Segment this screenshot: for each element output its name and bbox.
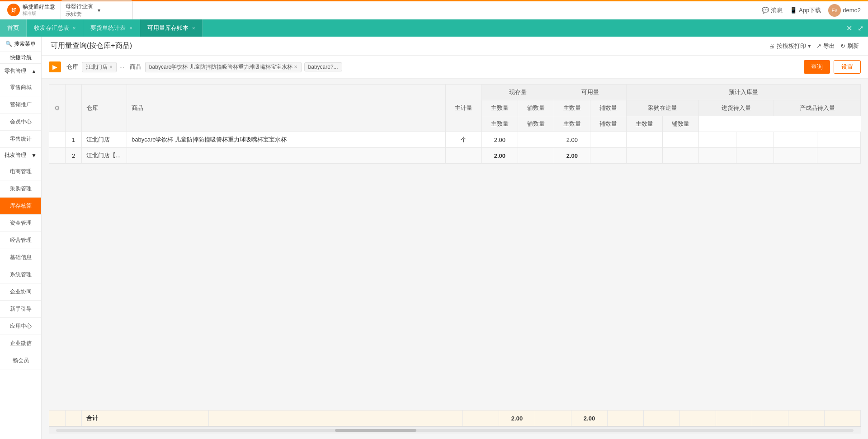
sidebar-item-retail-mgmt[interactable]: 零售管理 ▲ [0, 64, 41, 79]
sidebar-system-label: 系统管理 [10, 271, 32, 278]
row-avail-aux [590, 148, 626, 164]
close-all-icon[interactable]: ✕ [846, 24, 852, 33]
sidebar-search[interactable]: 🔍 搜索菜单 [0, 37, 41, 52]
username: demo2 [843, 7, 861, 14]
filter-toggle-btn[interactable]: ▶ [49, 61, 61, 72]
th-purchase-main: 主数量 [481, 116, 518, 132]
th-current-main: 主数量 [481, 100, 518, 116]
sidebar-quick-nav[interactable]: 快捷导航 [0, 52, 41, 64]
message-label: 消息 [771, 6, 783, 14]
row-purchase-aux [662, 148, 698, 164]
sidebar-item-newbie[interactable]: 新手引导 [0, 301, 41, 318]
query-btn[interactable]: 查询 [804, 60, 830, 74]
th-production-main: 主数量 [626, 116, 662, 132]
expand-icon[interactable]: ⤢ [858, 24, 863, 33]
sidebar-item-wechat[interactable]: 企业微信 [0, 335, 41, 352]
footer-no-cell [66, 411, 82, 426]
sidebar-newbie-label: 新手引导 [10, 306, 32, 312]
warehouse-tag-1-close[interactable]: × [109, 64, 113, 70]
row-no: 2 [66, 148, 82, 164]
page-actions: 🖨 按模板打印 ▾ ↗ 导出 ↻ 刷新 [769, 42, 859, 50]
sidebar-search-label: 搜索菜单 [14, 41, 36, 47]
row-unit: 个 [445, 132, 481, 148]
row-settings [49, 148, 66, 164]
warehouse-more[interactable]: ··· [119, 64, 124, 71]
table-footer-wrapper: 合计 2.00 2.00 [49, 410, 861, 434]
sidebar-retail-stats-label: 零售统计 [10, 136, 32, 142]
close-receipts-icon[interactable]: × [73, 25, 75, 31]
top-bar-right: 💬 消息 📱 App下载 Ea demo2 [762, 4, 861, 17]
sidebar-item-system[interactable]: 系统管理 [0, 266, 41, 283]
scroll-track[interactable] [56, 429, 854, 432]
retail-mgmt-arrow-icon: ▲ [31, 68, 37, 75]
sidebar-quick-nav-label: 快捷导航 [10, 54, 32, 61]
nav-tabs-actions: ✕ ⤢ [842, 19, 868, 37]
org-name: 母婴行业演示账套 [66, 3, 96, 18]
sidebar-item-basic[interactable]: 基础信息 [0, 249, 41, 266]
warehouse-tag-1: 江北门店 × [82, 62, 117, 72]
org-selector[interactable]: 母婴行业演示账套 ▾ [61, 0, 133, 20]
footer-incoming-aux [752, 411, 788, 426]
app-download-btn[interactable]: 📱 App下载 [790, 6, 821, 14]
sidebar: 🔍 搜索菜单 快捷导航 零售管理 ▲ 零售商城 营销推广 会员中心 零售统计 批… [0, 37, 42, 439]
print-label: 按模板打印 [777, 42, 806, 50]
th-production: 产成品待入量 [774, 100, 861, 116]
print-btn[interactable]: 🖨 按模板打印 ▾ [769, 42, 811, 50]
message-btn[interactable]: 💬 消息 [762, 6, 783, 14]
th-purchase-aux: 辅数量 [518, 116, 554, 132]
product-tags: babycare学饮杯 儿童防摔防撞吸管杯重力球吸嘴杯宝宝水杯 × babyca… [145, 62, 342, 72]
footer-current-main: 2.00 [499, 411, 535, 426]
home-tab-label: 首页 [7, 24, 19, 32]
content-area: 可用量查询(按仓库+商品) 🖨 按模板打印 ▾ ↗ 导出 ↻ 刷新 ▶ [42, 37, 868, 439]
tab-receipts[interactable]: 收发存汇总表 × [27, 19, 83, 37]
row-purchase-main [626, 148, 662, 164]
app-icon: 📱 [790, 7, 797, 14]
warehouse-filter-label: 仓库 [66, 63, 78, 71]
sidebar-item-ecommerce[interactable]: 电商管理 [0, 163, 41, 180]
sidebar-item-retail-shop[interactable]: 零售商城 [0, 79, 41, 96]
print-icon: 🖨 [769, 42, 775, 49]
settings-icon[interactable]: ⚙ [54, 104, 60, 112]
row-production-main [774, 148, 817, 164]
user-area[interactable]: Ea demo2 [828, 4, 861, 17]
row-current-aux [518, 132, 554, 148]
nav-tabs: 首页 收发存汇总表 × 要货单统计表 × 可用量库存账本 × ✕ ⤢ [0, 19, 868, 37]
row-avail-main: 2.00 [554, 132, 590, 148]
tab-home[interactable]: 首页 [0, 19, 27, 37]
th-purchase-transit: 采购在途量 [626, 100, 698, 116]
sidebar-item-inventory-check[interactable]: 库存核算 [0, 198, 41, 215]
tab-orders[interactable]: 要货单统计表 × [83, 19, 140, 37]
sidebar-item-wholesale-mgmt[interactable]: 批发管理 ▼ [0, 148, 41, 163]
sidebar-item-member[interactable]: 会员中心 [0, 113, 41, 131]
sidebar-item-purchase[interactable]: 采购管理 [0, 180, 41, 198]
sidebar-member-label: 会员中心 [10, 118, 32, 125]
row-incoming-main [698, 148, 736, 164]
sidebar-item-finance[interactable]: 资金管理 [0, 215, 41, 232]
tab-inventory[interactable]: 可用量库存账本 × [140, 19, 203, 37]
sidebar-vip-label: 畅会员 [13, 357, 29, 363]
sidebar-item-operation[interactable]: 经营管理 [0, 232, 41, 249]
setting-btn[interactable]: 设置 [834, 60, 861, 74]
row-production-aux [817, 132, 861, 148]
logo-icon: 好 [7, 4, 20, 16]
sidebar-item-marketing[interactable]: 营销推广 [0, 96, 41, 113]
warehouse-tags: 江北门店 × ··· [82, 62, 124, 72]
sidebar-wechat-label: 企业微信 [10, 340, 32, 346]
close-orders-icon[interactable]: × [129, 25, 132, 31]
th-unit: 主计量 [445, 85, 481, 132]
footer-row: 合计 2.00 2.00 [49, 411, 861, 426]
product-tag-1-close[interactable]: × [294, 64, 297, 70]
sidebar-item-retail-stats[interactable]: 零售统计 [0, 131, 41, 148]
export-btn[interactable]: ↗ 导出 [816, 42, 835, 50]
sidebar-item-enterprise[interactable]: 企业协同 [0, 283, 41, 301]
data-table: ⚙ 仓库 商品 主计量 现存量 可用量 预计入库量 主数量 辅数量 主数量 [49, 84, 861, 164]
refresh-btn[interactable]: ↻ 刷新 [840, 42, 859, 50]
product-tag-2: babycare?... [304, 62, 342, 71]
footer-purchase-aux [680, 411, 716, 426]
sidebar-item-app-center[interactable]: 应用中心 [0, 318, 41, 335]
scroll-thumb[interactable] [335, 429, 416, 432]
close-inventory-icon[interactable]: × [192, 25, 195, 31]
row-current-main: 2.00 [481, 148, 518, 164]
avatar: Ea [828, 4, 841, 17]
sidebar-item-vip[interactable]: 畅会员 [0, 352, 41, 369]
